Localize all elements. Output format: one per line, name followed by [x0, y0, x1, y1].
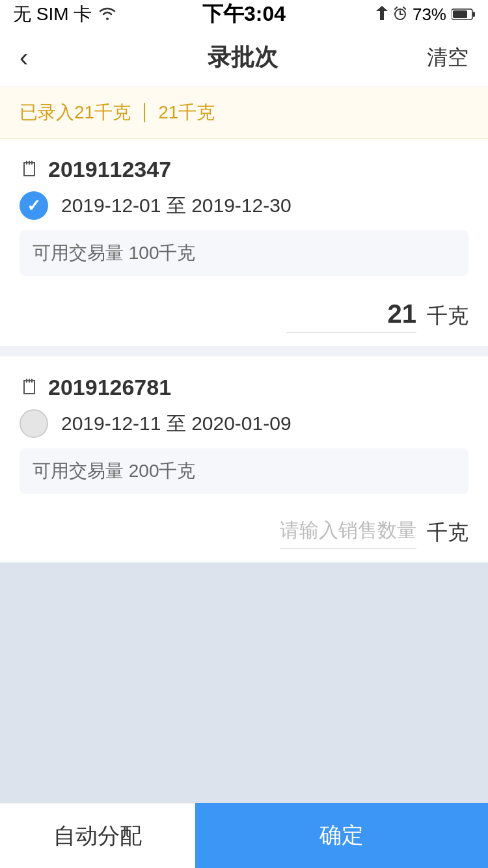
status-right: 73%: [376, 5, 475, 25]
separator-1: [0, 347, 488, 357]
bottom-buttons: 自动分配 确定: [0, 803, 488, 868]
info-banner: 已录入21千克 21千克: [0, 87, 488, 139]
svg-rect-7: [453, 10, 467, 18]
quantity-placeholder-2: 请输入销售数量: [280, 517, 416, 544]
location-icon: [376, 5, 388, 25]
back-button[interactable]: ‹: [20, 43, 59, 72]
recorded-weight: 已录入21千克: [20, 100, 131, 125]
nav-bar: ‹ 录批次 清空: [0, 29, 488, 87]
total-weight: 21千克: [158, 100, 215, 125]
clear-button[interactable]: 清空: [427, 44, 468, 72]
quantity-input-area-2[interactable]: 请输入销售数量: [280, 517, 416, 549]
banner-divider: [144, 103, 145, 122]
quantity-unit-1: 千克: [427, 302, 468, 331]
batch-date-1: 2019-12-01 至 2019-12-30: [61, 193, 291, 219]
wifi-icon: [98, 4, 116, 25]
avail-text-1: 可用交易量 100千克: [33, 243, 196, 263]
avail-text-2: 可用交易量 200千克: [33, 461, 196, 481]
battery-text: 73%: [413, 5, 446, 25]
batch-doc-icon-2: 🗒: [20, 375, 40, 400]
svg-line-3: [395, 7, 397, 9]
batch-date-row-1[interactable]: ✓ 2019-12-01 至 2019-12-30: [0, 189, 488, 230]
check-icon-1: ✓: [27, 196, 41, 216]
batch-header-1: 🗒 2019112347: [0, 139, 488, 189]
avail-row-1: 可用交易量 100千克: [20, 230, 468, 276]
page-title: 录批次: [208, 42, 278, 74]
batch-doc-icon-1: 🗒: [20, 157, 40, 182]
carrier-text: 无 SIM 卡: [13, 2, 92, 27]
batch-id-1: 2019112347: [48, 157, 171, 182]
status-time: 下午3:04: [202, 0, 286, 29]
batch-date-row-2[interactable]: 2019-12-11 至 2020-01-09: [0, 407, 488, 448]
batch-id-2: 2019126781: [48, 375, 171, 400]
quantity-unit-2: 千克: [427, 519, 468, 547]
status-bar: 无 SIM 卡 下午3:04 73%: [0, 0, 488, 29]
batch-card-1: 🗒 2019112347 ✓ 2019-12-01 至 2019-12-30 可…: [0, 139, 488, 346]
batch-card-2: 🗒 2019126781 2019-12-11 至 2020-01-09 可用交…: [0, 357, 488, 562]
radio-selected-1[interactable]: ✓: [20, 191, 48, 220]
confirm-button[interactable]: 确定: [195, 803, 488, 868]
batch-date-2: 2019-12-11 至 2020-01-09: [61, 411, 291, 437]
radio-unselected-2[interactable]: [20, 409, 48, 438]
batch-header-2: 🗒 2019126781: [0, 357, 488, 407]
battery-icon: [452, 5, 475, 25]
status-left: 无 SIM 卡: [13, 2, 116, 27]
auto-distribute-button[interactable]: 自动分配: [0, 803, 195, 868]
svg-line-4: [403, 7, 405, 9]
quantity-row-1: 21 千克: [0, 289, 488, 346]
quantity-value-1: 21: [388, 299, 417, 329]
quantity-row-2: 请输入销售数量 千克: [0, 507, 488, 562]
alarm-icon: [393, 5, 407, 25]
quantity-input-area-1[interactable]: 21: [286, 299, 416, 333]
svg-rect-6: [472, 12, 475, 17]
avail-row-2: 可用交易量 200千克: [20, 448, 468, 494]
